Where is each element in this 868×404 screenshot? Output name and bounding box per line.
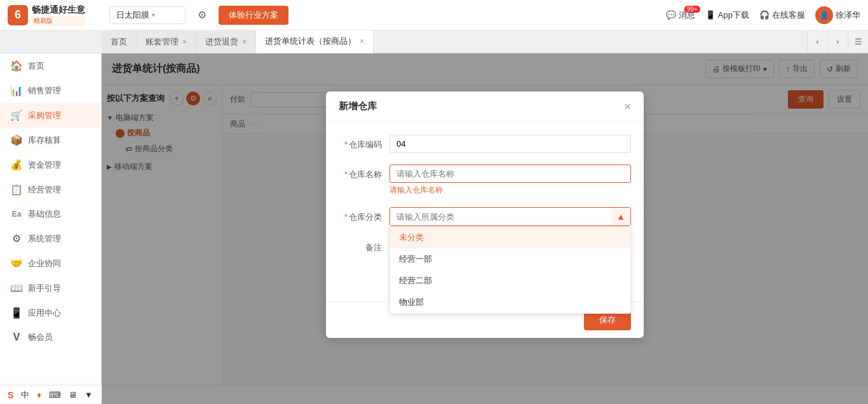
warehouse-category-row: 仓库分类 ▲ 未分类 经营一部 经营二部 物业部: [339, 207, 631, 226]
sidebar-item-home-label: 首页: [28, 60, 44, 72]
chevron-down-icon: ▾: [152, 11, 155, 18]
user-avatar[interactable]: 👤 徐泽华: [815, 6, 860, 24]
phone-icon: 📱: [705, 10, 715, 20]
apps-icon: 📱: [10, 307, 23, 319]
sidebar-item-system[interactable]: ⚙ 系统管理: [0, 226, 101, 251]
store-name: 日太阳膜: [116, 10, 149, 21]
category-input-row: ▲: [390, 207, 631, 226]
category-option-unclassified[interactable]: 未分类: [390, 227, 630, 248]
home-icon: 🏠: [10, 60, 23, 72]
warehouse-name-error: 请输入仓库名称: [390, 185, 631, 196]
app-name: 畅捷通好生意: [32, 4, 85, 16]
system-icon: ⚙: [10, 232, 23, 245]
logo-text: 畅捷通好生意 精易版: [32, 4, 85, 26]
tab-menu-button[interactable]: ☰: [848, 30, 868, 53]
statusbar-arrow[interactable]: ▼: [85, 390, 93, 400]
warehouse-code-control: [390, 135, 631, 153]
dialog-body: 仓库编码 仓库名称 请输入仓库名称: [326, 122, 644, 302]
sidebar-item-home[interactable]: 🏠 首页: [0, 53, 101, 78]
topbar-right: 💬 消息 99+ 📱 App下载 🎧 在线客服 👤 徐泽华: [666, 6, 860, 24]
sidebar-item-finance[interactable]: 💰 资金管理: [0, 152, 101, 177]
tab-accounts[interactable]: 账套管理 ×: [137, 30, 196, 53]
vip-icon: V: [10, 332, 23, 343]
warehouse-category-label: 仓库分类: [339, 207, 390, 223]
category-option-dept1[interactable]: 经营一部: [390, 248, 630, 270]
sidebar-item-operations[interactable]: 📋 经营管理: [0, 177, 101, 202]
tab-accounts-label: 账套管理: [146, 36, 179, 48]
version-tag: 精易版: [32, 16, 85, 26]
category-input[interactable]: [390, 208, 611, 226]
user-name: 徐泽华: [836, 10, 860, 21]
warehouse-name-label: 仓库名称: [339, 165, 390, 180]
customer-service-button[interactable]: 🎧 在线客服: [759, 10, 805, 21]
topbar: 6 畅捷通好生意 精易版 日太阳膜 ▾ ⚙ 体验行业方案 💬 消息 99+ 📱 …: [0, 0, 868, 30]
warehouse-code-label: 仓库编码: [339, 135, 390, 151]
app-download-button[interactable]: 📱 App下载: [705, 10, 749, 21]
headset-icon: 🎧: [759, 10, 770, 20]
store-select[interactable]: 日太阳膜 ▾: [109, 6, 186, 24]
tab-home[interactable]: 首页: [102, 30, 137, 53]
category-arrow-icon[interactable]: ▲: [611, 208, 630, 226]
message-icon: 💬: [666, 10, 676, 20]
tab-purchase-stats-close[interactable]: ×: [360, 37, 364, 46]
tab-purchase-stats[interactable]: 进货单统计表（按商品） ×: [256, 30, 374, 53]
sidebar-item-vip[interactable]: V 畅会员: [0, 325, 101, 349]
tab-actions: ‹ › ☰: [807, 30, 868, 53]
content-area: 进货单统计(按商品) 🖨 按模板打印 ▾ ↑ 导出 ↺ 刷新: [102, 53, 868, 404]
finance-icon: 💰: [10, 159, 23, 171]
message-button[interactable]: 💬 消息 99+: [666, 10, 695, 21]
warehouse-name-input[interactable]: [390, 165, 631, 183]
warehouse-code-row: 仓库编码: [339, 135, 631, 153]
sidebar-item-vip-label: 畅会员: [28, 332, 53, 343]
sidebar-item-operations-label: 经营管理: [28, 184, 61, 196]
statusbar-monitor[interactable]: 🖥: [69, 390, 77, 400]
statusbar-keyboard[interactable]: ⌨: [49, 390, 61, 400]
sidebar-item-purchase-label: 采购管理: [28, 110, 61, 121]
sidebar-item-inventory[interactable]: 📦 库存核算: [0, 128, 101, 152]
settings-button[interactable]: ⚙: [192, 5, 212, 25]
sidebar-item-basics[interactable]: Ea 基础信息: [0, 202, 101, 226]
sidebar-item-apps[interactable]: 📱 应用中心: [0, 300, 101, 325]
sidebar-item-finance-label: 资金管理: [28, 159, 61, 171]
operations-icon: 📋: [10, 184, 23, 196]
sidebar-item-apps-label: 应用中心: [28, 307, 61, 319]
avatar: 👤: [815, 6, 833, 24]
note-label: 备注: [339, 238, 390, 253]
warehouse-code-input[interactable]: [390, 135, 631, 153]
logo-icon: 6: [8, 5, 28, 25]
tab-purchase-return-close[interactable]: ×: [242, 37, 247, 46]
sidebar-item-purchase[interactable]: 🛒 采购管理: [0, 103, 101, 128]
sidebar-item-basics-label: 基础信息: [28, 208, 61, 220]
statusbar-logo: S: [8, 390, 13, 400]
add-warehouse-dialog: 新增仓库 × 仓库编码 仓库名称: [326, 91, 644, 338]
statusbar-dot: ♦: [37, 390, 41, 400]
statusbar-lang[interactable]: 中: [21, 389, 29, 401]
trial-button[interactable]: 体验行业方案: [219, 6, 288, 25]
category-option-dept2[interactable]: 经营二部: [390, 270, 630, 292]
tab-purchase-return[interactable]: 进货退货 ×: [196, 30, 256, 53]
dialog-header: 新增仓库 ×: [326, 91, 644, 122]
sidebar-item-guide[interactable]: 📖 新手引导: [0, 276, 101, 300]
category-dropdown: 未分类 经营一部 经营二部 物业部: [390, 226, 631, 314]
dialog-close-button[interactable]: ×: [624, 101, 631, 112]
message-badge: 99+: [684, 6, 700, 13]
sidebar-item-sales[interactable]: 📊 销售管理: [0, 78, 101, 103]
sidebar-item-guide-label: 新手引导: [28, 283, 61, 294]
category-option-property[interactable]: 物业部: [390, 292, 630, 313]
inventory-icon: 📦: [10, 134, 23, 146]
tab-prev-button[interactable]: ‹: [807, 30, 827, 53]
warehouse-name-row: 仓库名称 请输入仓库名称: [339, 165, 631, 196]
tabbar: 首页 账套管理 × 进货退货 × 进货单统计表（按商品） × ‹ › ☰: [0, 30, 868, 53]
sidebar-item-enterprise-label: 企业协同: [28, 258, 61, 269]
enterprise-icon: 🤝: [10, 257, 23, 269]
basics-icon: Ea: [10, 210, 23, 219]
purchase-icon: 🛒: [10, 109, 23, 121]
sidebar-item-system-label: 系统管理: [28, 233, 61, 245]
warehouse-category-control: ▲ 未分类 经营一部 经营二部 物业部: [390, 207, 631, 226]
warehouse-name-control: 请输入仓库名称: [390, 165, 631, 196]
tab-next-button[interactable]: ›: [827, 30, 848, 53]
logo-area: 6 畅捷通好生意 精易版: [8, 4, 103, 26]
sidebar-item-enterprise[interactable]: 🤝 企业协同: [0, 251, 101, 276]
main-layout: 🏠 首页 📊 销售管理 🛒 采购管理 📦 库存核算 💰 资金管理 📋 经营管理 …: [0, 53, 868, 404]
tab-accounts-close[interactable]: ×: [182, 37, 187, 46]
